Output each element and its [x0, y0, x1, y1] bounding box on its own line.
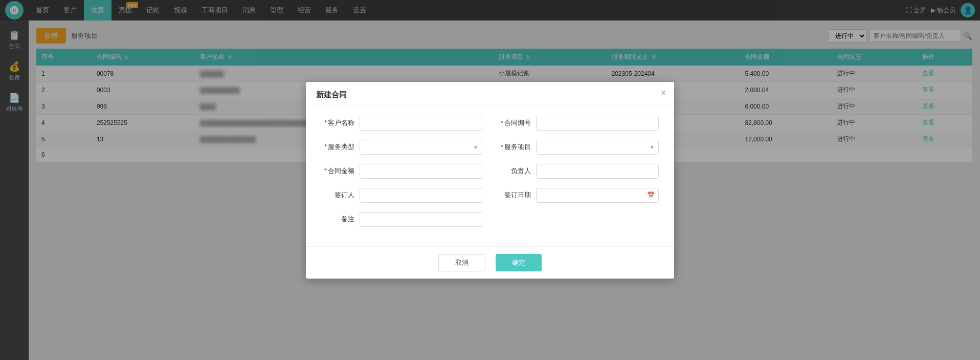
- new-contract-modal: 新建合同 × 客户名称 合同编号 服务类型: [306, 82, 674, 279]
- remark-spacer: [498, 212, 659, 227]
- sign-date-wrap: 2023-06-06 📅: [536, 188, 659, 203]
- field-responsible: 负责人: [498, 164, 659, 179]
- input-sign-date[interactable]: 2023-06-06: [536, 188, 659, 203]
- field-customer-name: 客户名称: [321, 116, 482, 131]
- field-signatory: 签订人: [321, 188, 482, 203]
- cancel-button[interactable]: 取消: [438, 254, 485, 271]
- field-sign-date: 签订日期 2023-06-06 📅: [498, 188, 659, 203]
- modal-title: 新建合同: [316, 90, 347, 99]
- label-contract-no: 合同编号: [498, 118, 531, 128]
- modal-overlay: 新建合同 × 客户名称 合同编号 服务类型: [0, 0, 980, 360]
- select-service-item[interactable]: [536, 140, 659, 155]
- modal-body: 客户名称 合同编号 服务类型 ▼ 服务项目: [306, 105, 674, 246]
- label-amount: 合同金额: [321, 166, 354, 176]
- field-service-item: 服务项目 ▼: [498, 140, 659, 155]
- field-contract-no: 合同编号: [498, 116, 659, 131]
- input-customer-name[interactable]: [360, 116, 482, 131]
- input-signatory[interactable]: [360, 188, 482, 203]
- modal-close-button[interactable]: ×: [660, 88, 666, 97]
- label-service-item: 服务项目: [498, 142, 531, 152]
- modal-footer: 取消 确定: [306, 246, 674, 279]
- field-amount: 合同金额 0.00: [321, 164, 482, 179]
- label-responsible: 负责人: [498, 166, 531, 176]
- form-row-2: 服务类型 ▼ 服务项目 ▼: [321, 140, 659, 155]
- modal-header: 新建合同 ×: [306, 82, 674, 105]
- label-sign-date: 签订日期: [498, 190, 531, 200]
- form-row-4: 签订人 签订日期 2023-06-06 📅: [321, 188, 659, 203]
- input-remark[interactable]: [360, 212, 482, 227]
- label-service-type: 服务类型: [321, 142, 354, 152]
- input-amount[interactable]: 0.00: [360, 164, 482, 179]
- input-contract-no[interactable]: [536, 116, 659, 131]
- field-service-type: 服务类型 ▼: [321, 140, 482, 155]
- form-row-3: 合同金额 0.00 负责人: [321, 164, 659, 179]
- form-row-5: 备注: [321, 212, 659, 227]
- label-customer-name: 客户名称: [321, 118, 354, 128]
- confirm-button[interactable]: 确定: [496, 254, 542, 271]
- form-row-1: 客户名称 合同编号: [321, 116, 659, 131]
- service-item-select-wrap: ▼: [536, 140, 659, 155]
- service-type-select-wrap: ▼: [360, 140, 482, 155]
- label-signatory: 签订人: [321, 190, 354, 200]
- input-responsible[interactable]: [536, 164, 659, 179]
- field-remark: 备注: [321, 212, 482, 227]
- select-service-type[interactable]: [360, 140, 482, 155]
- label-remark: 备注: [321, 215, 354, 224]
